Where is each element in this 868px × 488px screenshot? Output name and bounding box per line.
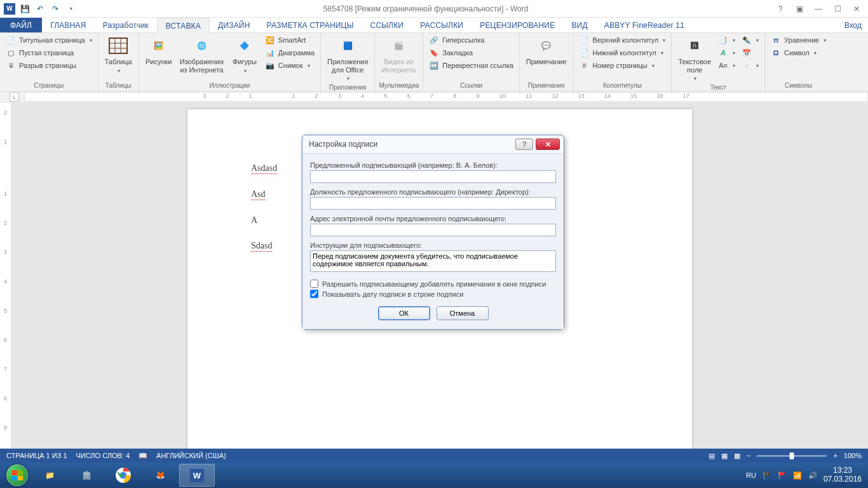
tray-volume-icon[interactable]: 🔊 — [808, 471, 817, 480]
drop-cap-button[interactable]: A≡ — [716, 60, 737, 71]
position-input[interactable] — [310, 197, 556, 210]
ok-button[interactable]: ОК — [378, 306, 430, 320]
task-chrome[interactable] — [105, 464, 141, 487]
cancel-button[interactable]: Отмена — [437, 306, 489, 320]
tray-clock[interactable]: 13:23 07.03.2016 — [824, 466, 862, 484]
group-label-media: Мультимедиа — [379, 81, 419, 91]
vertical-ruler[interactable]: 2112345678910111213 — [0, 103, 11, 458]
group-pages: 📄Титульная страница ▢Пустая страница ⤋Ра… — [0, 33, 98, 91]
status-language[interactable]: АНГЛИЙСКИЙ (США) — [156, 452, 226, 459]
comment-button[interactable]: 💬Примечание — [524, 34, 569, 67]
online-pictures-button[interactable]: 🌐Изображения из Интернета — [177, 34, 226, 75]
save-icon[interactable]: 💾 — [18, 2, 32, 16]
tab-file[interactable]: ФАЙЛ — [0, 18, 42, 32]
show-date-checkbox[interactable] — [310, 290, 318, 298]
app-icon: W — [3, 2, 17, 16]
status-words[interactable]: ЧИСЛО СЛОВ: 4 — [76, 452, 130, 459]
header-button[interactable]: 📄Верхний колонтитул — [578, 34, 668, 46]
signer-input[interactable] — [310, 170, 556, 183]
allow-comments-checkbox[interactable] — [310, 280, 318, 288]
group-comments: 💬Примечание Примечания — [520, 33, 574, 91]
smartart-button[interactable]: 🔀SmartArt — [263, 34, 316, 46]
tray-network-icon[interactable]: 📶 — [793, 471, 802, 480]
signature-line-button[interactable]: ✒️ — [740, 34, 761, 46]
status-page[interactable]: СТРАНИЦА 1 ИЗ 1 — [6, 452, 67, 459]
bookmark-button[interactable]: 🔖Закладка — [427, 47, 515, 58]
tab-view[interactable]: ВИД — [563, 18, 595, 32]
zoom-in-button[interactable]: + — [833, 452, 837, 459]
tab-abbyy[interactable]: ABBYY FineReader 11 — [596, 18, 693, 32]
tab-home[interactable]: ГЛАВНАЯ — [42, 18, 94, 32]
tab-review[interactable]: РЕЦЕНЗИРОВАНИЕ — [471, 18, 563, 32]
doc-text-3[interactable]: A — [251, 215, 257, 226]
tab-references[interactable]: ССЫЛКИ — [362, 18, 412, 32]
tab-design[interactable]: ДИЗАЙН — [210, 18, 259, 32]
doc-text-4[interactable]: Sdasd — [251, 241, 272, 252]
date-time-button[interactable]: 📅 — [740, 47, 761, 58]
view-print-icon[interactable]: ▦ — [721, 452, 728, 460]
tray-flag-icon[interactable]: 🏴 — [763, 471, 771, 480]
dialog-close-button[interactable]: ✕ — [536, 139, 560, 150]
page-break-button[interactable]: ⤋Разрыв страницы — [4, 60, 94, 71]
screenshot-button[interactable]: 📷Снимок — [263, 60, 316, 71]
status-proofing-icon[interactable]: 📖 — [139, 452, 147, 460]
tab-insert[interactable]: ВСТАВКА — [157, 18, 210, 33]
start-button[interactable] — [3, 463, 32, 488]
cross-reference-button[interactable]: ↔️Перекрестная ссылка — [427, 60, 515, 71]
tab-layout[interactable]: РАЗМЕТКА СТРАНИЦЫ — [259, 18, 362, 32]
email-input[interactable] — [310, 224, 556, 236]
instructions-input[interactable] — [310, 250, 556, 272]
footer-button[interactable]: 📄Нижний колонтитул — [578, 47, 668, 58]
header-icon: 📄 — [580, 35, 590, 45]
tray-action-center-icon[interactable]: 🚩 — [778, 471, 787, 480]
table-button[interactable]: Таблица — [102, 34, 135, 75]
shapes-icon: 🔷 — [234, 36, 255, 56]
task-app1[interactable]: 🏛️ — [69, 464, 104, 487]
qat-customize[interactable] — [64, 2, 78, 16]
shapes-button[interactable]: 🔷Фигуры — [229, 34, 261, 75]
equation-button[interactable]: πУравнение — [769, 34, 828, 46]
undo-icon[interactable]: ↶ — [33, 2, 47, 16]
object-button[interactable]: ▫️ — [740, 60, 761, 71]
svg-rect-0 — [109, 38, 127, 53]
pictures-button[interactable]: 🖼️Рисунки — [143, 34, 175, 67]
apps-button[interactable]: 🟦Приложения для Office — [325, 34, 370, 83]
allow-comments-label: Разрешить подписывающему добавлять приме… — [322, 280, 546, 288]
minimize-icon[interactable]: — — [812, 4, 825, 13]
tab-mailings[interactable]: РАССЫЛКИ — [412, 18, 471, 32]
doc-text-1[interactable]: Asdasd — [251, 163, 277, 174]
task-word[interactable]: W — [179, 464, 215, 487]
ribbon-display-icon[interactable]: ▣ — [793, 4, 806, 13]
view-web-icon[interactable]: ▩ — [734, 452, 740, 460]
hyperlink-button[interactable]: 🔗Гиперссылка — [427, 34, 515, 46]
doc-text-2[interactable]: Asd — [251, 189, 266, 200]
status-bar: СТРАНИЦА 1 ИЗ 1 ЧИСЛО СЛОВ: 4 📖 АНГЛИЙСК… — [0, 449, 868, 463]
horizontal-ruler[interactable]: 3211234567891011121314151617 — [24, 92, 868, 102]
symbol-button[interactable]: ΩСимвол — [769, 47, 828, 58]
tab-developer[interactable]: Разработчик — [95, 18, 157, 32]
maximize-icon[interactable]: ☐ — [831, 4, 844, 13]
blank-page-button[interactable]: ▢Пустая страница — [4, 47, 94, 58]
wordart-button[interactable]: A — [716, 47, 737, 58]
sign-in-link[interactable]: Вход — [844, 18, 868, 32]
group-label-hf: Колонтитулы — [578, 81, 668, 91]
dialog-help-button[interactable]: ? — [515, 139, 533, 150]
zoom-out-button[interactable]: − — [747, 452, 750, 459]
textbox-button[interactable]: 🅰Текстовое поле — [675, 34, 714, 83]
quick-parts-button[interactable]: 📑 — [716, 34, 737, 46]
equation-icon: π — [771, 35, 781, 45]
chart-button[interactable]: 📊Диаграмма — [263, 47, 316, 58]
task-firefox[interactable]: 🦊 — [142, 464, 178, 487]
dialog-titlebar[interactable]: Настройка подписи ? ✕ — [302, 135, 564, 153]
zoom-value[interactable]: 100% — [844, 452, 862, 459]
redo-icon[interactable]: ↷ — [48, 2, 62, 16]
help-icon[interactable]: ? — [774, 4, 787, 13]
zoom-slider[interactable] — [757, 455, 827, 457]
task-explorer[interactable]: 📁 — [32, 464, 67, 487]
page-number-button[interactable]: #Номер страницы — [578, 60, 668, 71]
view-read-icon[interactable]: ▤ — [709, 452, 715, 460]
cover-page-button[interactable]: 📄Титульная страница — [4, 34, 94, 46]
close-icon[interactable]: ✕ — [850, 4, 863, 13]
tab-selector[interactable]: L — [10, 92, 19, 102]
tray-lang[interactable]: RU — [746, 471, 756, 479]
